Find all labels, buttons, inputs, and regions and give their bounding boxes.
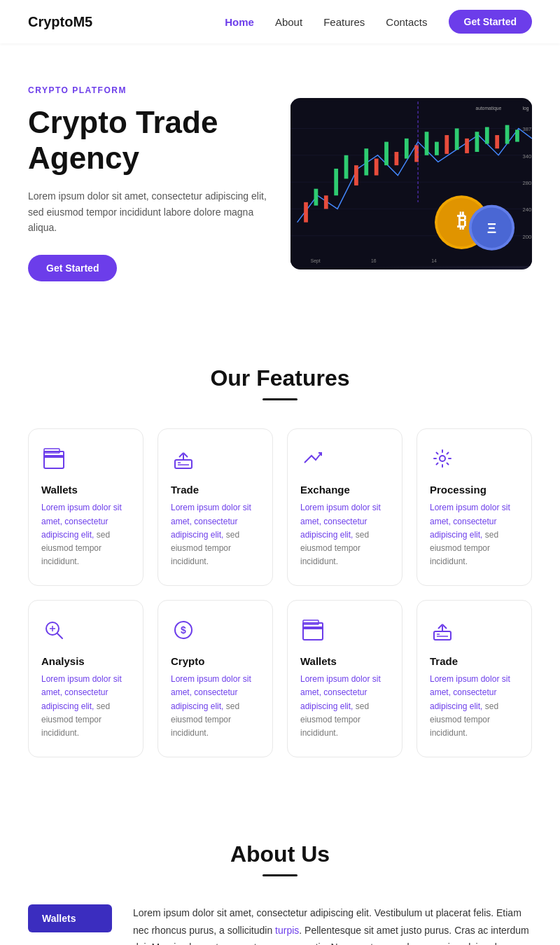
feature-name-trade2: Trade xyxy=(430,655,519,667)
nav-features[interactable]: Features xyxy=(323,16,365,28)
feature-name-wallets2: Wallets xyxy=(300,655,389,667)
trade2-icon xyxy=(430,617,519,645)
svg-rect-6 xyxy=(304,202,308,223)
features-grid: Wallets Lorem ipsum dolor sit amet, cons… xyxy=(28,428,532,757)
feature-name-exchange: Exchange xyxy=(300,484,389,496)
about-section: About Us Wallets Trade Exchange Lorem ip… xyxy=(0,799,560,945)
svg-text:14: 14 xyxy=(431,258,437,263)
feature-card-exchange: Exchange Lorem ipsum dolor sit amet, con… xyxy=(287,428,402,586)
svg-rect-20 xyxy=(444,135,449,154)
about-link-turpis[interactable]: turpis xyxy=(275,925,299,936)
processing-icon xyxy=(430,446,519,474)
svg-text:16: 16 xyxy=(371,258,377,263)
svg-rect-16 xyxy=(405,138,409,158)
svg-text:log: log xyxy=(523,105,529,111)
svg-line-56 xyxy=(57,634,62,638)
svg-text:$: $ xyxy=(181,624,186,636)
svg-text:387.00: 387.00 xyxy=(523,126,532,132)
feature-name-trade: Trade xyxy=(171,484,260,496)
svg-text:Ξ: Ξ xyxy=(487,220,497,236)
feature-card-analysis: Analysis Lorem ipsum dolor sit amet, con… xyxy=(28,600,144,757)
trade-icon xyxy=(171,446,260,474)
analysis-icon xyxy=(41,617,130,645)
feature-desc-processing: Lorem ipsum dolor sit amet, consectetur … xyxy=(430,501,519,568)
logo: CryptoM5 xyxy=(28,14,92,30)
feature-card-wallets: Wallets Lorem ipsum dolor sit amet, cons… xyxy=(28,428,144,586)
svg-text:340.00: 340.00 xyxy=(523,153,532,159)
wallets-icon xyxy=(41,446,130,474)
wallets2-icon xyxy=(300,617,389,645)
svg-text:200.00: 200.00 xyxy=(523,233,532,239)
feature-desc-exchange: Lorem ipsum dolor sit amet, consectetur … xyxy=(300,501,389,568)
feature-desc-wallets2: Lorem ipsum dolor sit amet, consectetur … xyxy=(300,673,389,740)
features-title: Our Features xyxy=(28,365,532,391)
feature-desc-analysis: Lorem ipsum dolor sit amet, consectetur … xyxy=(41,673,130,740)
exchange-icon xyxy=(300,446,389,474)
hero-left: CRYPTO PLATFORM Crypto Trade Agency Lore… xyxy=(28,85,270,281)
feature-name-crypto: Crypto xyxy=(171,655,260,667)
svg-rect-15 xyxy=(395,152,399,165)
features-underline xyxy=(262,398,298,400)
hero-image: ₿ Ξ 387.00 340.00 280.00 240.00 200.00 l… xyxy=(290,98,532,270)
svg-rect-19 xyxy=(435,141,439,155)
svg-point-54 xyxy=(440,456,445,461)
svg-rect-10 xyxy=(344,155,349,178)
svg-rect-48 xyxy=(175,460,192,468)
feature-card-trade: Trade Lorem ipsum dolor sit amet, consec… xyxy=(158,428,273,586)
nav-contacts[interactable]: Contacts xyxy=(386,16,427,28)
svg-text:240.00: 240.00 xyxy=(523,206,532,213)
feature-desc-crypto: Lorem ipsum dolor sit amet, consectetur … xyxy=(171,673,260,740)
svg-text:280.00: 280.00 xyxy=(523,180,532,186)
feature-name-wallets: Wallets xyxy=(41,484,130,496)
svg-rect-26 xyxy=(505,125,510,144)
hero-chart: ₿ Ξ 387.00 340.00 280.00 240.00 200.00 l… xyxy=(290,98,532,270)
hero-tag: CRYPTO PLATFORM xyxy=(28,85,270,95)
svg-rect-13 xyxy=(374,158,379,175)
svg-rect-18 xyxy=(425,132,429,155)
svg-text:₿: ₿ xyxy=(457,211,466,232)
hero-section: CRYPTO PLATFORM Crypto Trade Agency Lore… xyxy=(0,43,560,323)
feature-card-wallets2: Wallets Lorem ipsum dolor sit amet, cons… xyxy=(287,600,402,757)
nav-about[interactable]: About xyxy=(275,16,302,28)
features-section: Our Features Wallets Lorem ipsum dolor s… xyxy=(0,323,560,799)
nav-links: Home About Features Contacts Get Started xyxy=(225,10,532,34)
svg-rect-23 xyxy=(475,132,479,152)
feature-name-processing: Processing xyxy=(430,484,519,496)
feature-card-trade2: Trade Lorem ipsum dolor sit amet, consec… xyxy=(416,600,532,757)
feature-name-analysis: Analysis xyxy=(41,655,130,667)
svg-rect-12 xyxy=(364,148,368,175)
nav-get-started-button[interactable]: Get Started xyxy=(449,10,532,34)
svg-text:automatique: automatique xyxy=(476,105,502,111)
nav-home[interactable]: Home xyxy=(225,16,254,28)
svg-rect-25 xyxy=(495,135,499,148)
svg-rect-22 xyxy=(465,138,469,153)
crypto-icon: $ xyxy=(171,617,260,645)
svg-rect-27 xyxy=(515,130,519,141)
feature-card-crypto: $ Crypto Lorem ipsum dolor sit amet, con… xyxy=(158,600,273,757)
svg-rect-7 xyxy=(314,188,318,205)
hero-get-started-button[interactable]: Get Started xyxy=(28,255,117,281)
feature-desc-trade2: Lorem ipsum dolor sit amet, consectetur … xyxy=(430,673,519,740)
about-underline xyxy=(262,874,298,876)
about-body-text: Lorem ipsum dolor sit amet, consectetur … xyxy=(133,904,532,945)
feature-desc-wallets: Lorem ipsum dolor sit amet, consectetur … xyxy=(41,501,130,568)
about-content: Wallets Trade Exchange Lorem ipsum dolor… xyxy=(28,904,532,945)
about-tabs: Wallets Trade Exchange xyxy=(28,904,112,945)
svg-rect-8 xyxy=(324,195,328,209)
svg-rect-14 xyxy=(384,141,388,165)
svg-rect-64 xyxy=(434,631,451,640)
svg-rect-11 xyxy=(354,165,358,186)
svg-text:Sept: Sept xyxy=(311,258,321,264)
svg-rect-24 xyxy=(485,127,489,144)
feature-desc-trade: Lorem ipsum dolor sit amet, consectetur … xyxy=(171,501,260,568)
feature-card-processing: Processing Lorem ipsum dolor sit amet, c… xyxy=(416,428,532,586)
about-title: About Us xyxy=(28,841,532,867)
hero-description: Lorem ipsum dolor sit amet, consectetur … xyxy=(28,188,270,235)
svg-rect-21 xyxy=(455,128,459,150)
svg-rect-9 xyxy=(334,169,338,195)
navbar: CryptoM5 Home About Features Contacts Ge… xyxy=(0,0,560,43)
about-tab-wallets[interactable]: Wallets xyxy=(28,904,112,932)
hero-title: Crypto Trade Agency xyxy=(28,105,270,176)
about-tab-trade[interactable]: Trade xyxy=(28,937,112,945)
hero-right: ₿ Ξ 387.00 340.00 280.00 240.00 200.00 l… xyxy=(290,98,532,270)
